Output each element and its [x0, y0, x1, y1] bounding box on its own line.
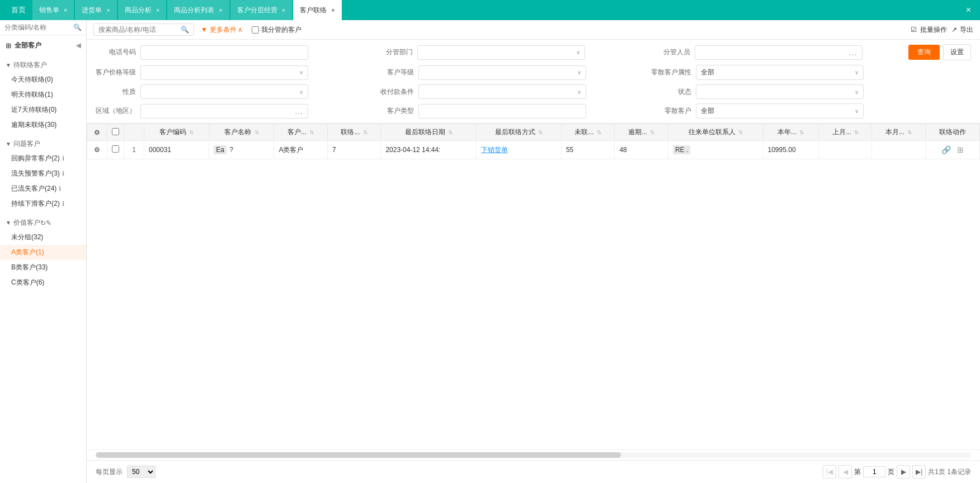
filter-mine-customers[interactable]: 我分管的客户 [252, 25, 301, 35]
export-label: 导出 [960, 26, 973, 34]
table-header-gear[interactable]: ⚙ [87, 124, 107, 141]
nav-tab-sales[interactable]: 销售单 × [32, 0, 74, 20]
row-checkbox[interactable] [112, 145, 119, 153]
sidebar-search-icon[interactable]: 🔍 [73, 23, 82, 31]
value-customer-refresh-icon[interactable]: ↻ [40, 219, 46, 227]
filter-search-icon[interactable]: 🔍 [181, 26, 189, 34]
table-header-check[interactable] [107, 124, 124, 141]
filter-nature-control[interactable]: ∨ [140, 84, 308, 99]
filter-dept-control[interactable]: ∨ [417, 45, 585, 60]
table-header-unit-contact[interactable]: 往来单位联系人 ⇅ [668, 124, 763, 141]
sidebar-all-customers-section: ⊞ 全部客户 ◀ [0, 35, 86, 56]
nav-tab-customer-segment[interactable]: 客户分层经营 × [230, 0, 292, 20]
current-page-input[interactable] [863, 466, 885, 477]
table-cell-check[interactable] [107, 141, 124, 159]
nav-tab-customer-segment-close[interactable]: × [282, 7, 285, 13]
sidebar-search-container: 🔍 [0, 20, 86, 35]
batch-operation-link[interactable]: ☑ 批量操作 [911, 25, 946, 35]
table-cell-gear[interactable]: ⚙ [87, 141, 107, 159]
table-header-last-way[interactable]: 最后联络方式 ⇅ [477, 124, 562, 141]
table-container: ⚙ 客户编码 ⇅ 客户名称 ⇅ 客户... ⇅ [87, 124, 980, 449]
nav-tab-customer-contact[interactable]: 客户联络 × [293, 0, 341, 20]
table-header-row: ⚙ 客户编码 ⇅ 客户名称 ⇅ 客户... ⇅ [87, 124, 980, 141]
sidebar-item-7days[interactable]: 近7天待联络(0) [0, 102, 86, 117]
table-header-this-month[interactable]: 本月... ⇅ [872, 124, 925, 141]
filter-status-control[interactable]: ∨ [696, 84, 864, 99]
table-header-last-date[interactable]: 最后联络日期 ⇅ [381, 124, 477, 141]
filter-scattered-control[interactable]: 全部 ∨ [696, 103, 864, 119]
filter-payment-control[interactable]: ∨ [418, 84, 586, 99]
sidebar-item-today[interactable]: 今天待联络(0) [0, 72, 86, 87]
page-size-label: 每页显示 [96, 467, 123, 477]
nav-tab-purchase-label: 进货单 [82, 6, 102, 15]
sidebar-item-overdue[interactable]: 逾期未联络(30) [0, 117, 86, 132]
filter-customer-type-control[interactable] [418, 104, 586, 119]
sidebar-item-type-a[interactable]: A类客户(1) [0, 245, 86, 260]
table-header-last-month[interactable]: 上月... ⇅ [818, 124, 871, 141]
nav-tab-product-analysis-close[interactable]: × [156, 7, 159, 13]
table-header-overdue[interactable]: 逾期... ⇅ [615, 124, 668, 141]
sidebar-value-customer-label[interactable]: ▼ 价值客户 ↻ ✎ [0, 216, 86, 230]
action-qr-icon[interactable]: ⊞ [955, 144, 966, 155]
sidebar-item-tomorrow[interactable]: 明天待联络(1) [0, 87, 86, 102]
table-header-contact-sort: ⇅ [363, 129, 368, 135]
sidebar-all-customers-header[interactable]: ⊞ 全部客户 ◀ [0, 37, 86, 54]
filter-mine-checkbox[interactable] [252, 26, 259, 34]
prev-page-button[interactable]: ◀ [838, 465, 852, 479]
nav-tab-sales-close[interactable]: × [64, 7, 67, 13]
sidebar-item-type-b[interactable]: B类客户(33) [0, 260, 86, 275]
nav-tab-product-analysis-list[interactable]: 商品分析列表 × [167, 0, 229, 20]
table-header-not-contacted[interactable]: 未联... ⇅ [561, 124, 614, 141]
setting-button[interactable]: 设置 [943, 44, 971, 60]
action-link-icon[interactable]: 🔗 [939, 144, 953, 155]
dept-dropdown-arrow: ∨ [576, 49, 580, 55]
sidebar-item-repeat-abnormal[interactable]: 回购异常客户(2) ℹ [0, 151, 86, 166]
nav-home[interactable]: 首页 [4, 5, 32, 15]
page-unit: 页 [888, 467, 894, 477]
value-customer-edit-icon[interactable]: ✎ [46, 219, 51, 227]
horizontal-scrollbar[interactable] [87, 449, 980, 460]
query-button[interactable]: 查询 [908, 45, 940, 60]
filter-phone-control[interactable] [140, 45, 308, 60]
table-header-unit-contact-label: 往来单位联系人 [689, 128, 736, 136]
sidebar-collapse-icon[interactable]: ◀ [76, 42, 81, 49]
sidebar-item-type-c[interactable]: C类客户(6) [0, 275, 86, 290]
filter-search-input[interactable] [98, 26, 181, 34]
table-header-contact[interactable]: 联络... ⇅ [327, 124, 380, 141]
next-page-button[interactable]: ▶ [897, 465, 910, 479]
filter-customer-level-control[interactable]: ∨ [418, 65, 586, 80]
sidebar-search-input[interactable] [4, 23, 73, 31]
filter-more-conditions[interactable]: ▼ 更多条件 ∧ [201, 25, 243, 35]
close-all-tabs-button[interactable]: × [962, 5, 976, 15]
nav-tab-product-analysis-list-close[interactable]: × [219, 7, 222, 13]
sidebar-pending-contact-label[interactable]: ▼ 待联络客户 [0, 58, 86, 72]
table-cell-last-way[interactable]: 下销货单 [477, 141, 562, 159]
filter-scattered-attr-control[interactable]: 全部 ∨ [696, 65, 864, 80]
filter-scattered-label: 零散客户 [651, 106, 696, 116]
table-header-this-month-label: 本月... [885, 128, 904, 136]
nav-tab-purchase-close[interactable]: × [106, 7, 110, 13]
nav-tab-customer-contact-close[interactable]: × [331, 7, 334, 13]
export-link[interactable]: ↗ 导出 [951, 25, 973, 35]
table-header-this-year[interactable]: 本年... ⇅ [763, 124, 818, 141]
row-gear-icon[interactable]: ⚙ [94, 146, 100, 154]
last-page-button[interactable]: ▶| [912, 465, 926, 479]
table-check-all[interactable] [112, 128, 119, 135]
sidebar-item-lost[interactable]: 已流失客户(24) ℹ [0, 181, 86, 196]
page-size-select[interactable]: 50 100 200 [127, 466, 156, 478]
table-header-name[interactable]: 客户名称 ⇅ [209, 124, 274, 141]
sidebar-item-unclassified[interactable]: 未分组(32) [0, 230, 86, 245]
table-header-type[interactable]: 客户... ⇅ [274, 124, 327, 141]
nav-tab-product-analysis[interactable]: 商品分析 × [118, 0, 166, 20]
filter-price-level-control[interactable]: ∨ [140, 65, 308, 80]
sidebar-problem-customer-label[interactable]: ▼ 问题客户 [0, 137, 86, 151]
table-header-code[interactable]: 客户编码 ⇅ [144, 124, 209, 141]
last-contact-way-link[interactable]: 下销货单 [481, 146, 508, 154]
nav-tab-purchase[interactable]: 进货单 × [75, 0, 116, 20]
filter-manager-control[interactable]: ... [695, 45, 863, 60]
first-page-button[interactable]: |◀ [823, 465, 836, 479]
unit-contact-value: RE . [673, 145, 690, 154]
sidebar-item-continuous-decline[interactable]: 持续下滑客户(2) ℹ [0, 196, 86, 211]
sidebar-item-lost-potential[interactable]: 流失预警客户(3) ℹ [0, 166, 86, 181]
filter-region-control[interactable]: ... [140, 104, 308, 119]
